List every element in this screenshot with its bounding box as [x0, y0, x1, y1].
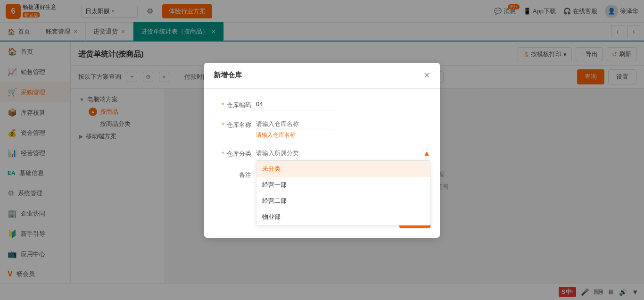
- modal-title: 新增仓库: [214, 71, 242, 80]
- name-label: * 仓库名称: [214, 118, 251, 129]
- name-field: 请输入仓库名称: [256, 118, 430, 139]
- note-label: 备注: [214, 168, 251, 179]
- category-required-mark: *: [222, 150, 224, 157]
- dropdown-item-ops2[interactable]: 经营二部: [256, 193, 430, 209]
- name-required-mark: *: [222, 121, 224, 128]
- form-row-name: * 仓库名称 请输入仓库名称: [214, 118, 430, 139]
- add-warehouse-modal: 新增仓库 ✕ * 仓库编码 * 仓库名称: [204, 63, 440, 238]
- category-input[interactable]: [256, 150, 423, 157]
- category-label: * 仓库分类: [214, 147, 251, 158]
- name-error-message: 请输入仓库名称: [256, 131, 430, 139]
- category-field: ▲ 未分类 经营一部 经营二部 物业部: [256, 147, 430, 160]
- category-chevron-icon: ▲: [423, 149, 430, 158]
- dropdown-item-property[interactable]: 物业部: [256, 209, 430, 225]
- modal-body: * 仓库编码 * 仓库名称 请输入仓库名称: [204, 89, 440, 208]
- dropdown-item-uncategorized[interactable]: 未分类: [256, 161, 430, 177]
- form-row-code: * 仓库编码: [214, 98, 430, 110]
- dropdown-item-ops1[interactable]: 经营一部: [256, 177, 430, 193]
- modal-overlay: 新增仓库 ✕ * 仓库编码 * 仓库名称: [0, 0, 644, 300]
- form-row-category: * 仓库分类 ▲ 未分类 经营一部 经营二部 物业部: [214, 147, 430, 160]
- modal-close-button[interactable]: ✕: [423, 70, 430, 81]
- category-dropdown-menu: 未分类 经营一部 经营二部 物业部: [256, 160, 430, 225]
- code-label: * 仓库编码: [214, 98, 251, 109]
- modal-header: 新增仓库 ✕: [204, 63, 440, 89]
- code-field: [256, 98, 430, 110]
- code-required-mark: *: [222, 101, 224, 108]
- category-dropdown-trigger[interactable]: ▲: [256, 147, 430, 160]
- name-input[interactable]: [256, 118, 335, 130]
- code-input[interactable]: [256, 98, 335, 110]
